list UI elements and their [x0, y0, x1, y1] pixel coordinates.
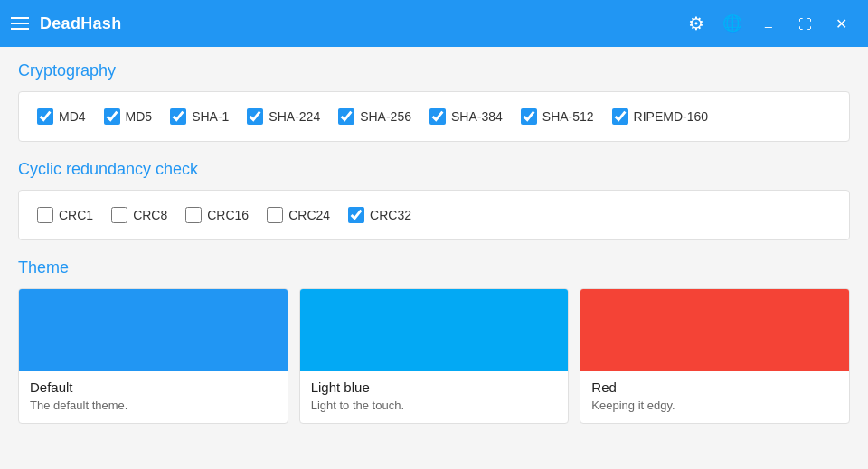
cryptography-checkboxes: MD4MD5SHA-1SHA-224SHA-256SHA-384SHA-512R… — [37, 108, 831, 125]
theme-name-light-blue: Light blue — [311, 380, 558, 395]
checkbox-item-crc1[interactable]: CRC1 — [37, 207, 93, 223]
checkbox-item-md5[interactable]: MD5 — [104, 108, 153, 125]
theme-desc-red: Keeping it edgy. — [591, 399, 838, 412]
settings-button[interactable]: ⚙ — [680, 7, 712, 40]
minimize-button[interactable]: _ — [752, 7, 785, 40]
titlebar-left: DeadHash — [11, 14, 121, 33]
theme-desc-light-blue: Light to the touch. — [311, 399, 558, 412]
crc-title: Cyclic redundancy check — [18, 160, 850, 179]
theme-desc-default: The default theme. — [30, 399, 277, 412]
checkbox-item-sha512[interactable]: SHA-512 — [521, 108, 594, 125]
crc-card: CRC1CRC8CRC16CRC24CRC32 — [18, 190, 850, 240]
theme-name-default: Default — [30, 380, 277, 395]
checkbox-item-sha384[interactable]: SHA-384 — [429, 108, 503, 125]
menu-icon[interactable] — [11, 17, 29, 30]
maximize-button[interactable]: ⛶ — [788, 7, 821, 40]
checkbox-input-sha1[interactable] — [170, 108, 186, 125]
checkbox-input-sha224[interactable] — [247, 108, 263, 125]
checkbox-item-sha1[interactable]: SHA-1 — [170, 108, 229, 125]
checkbox-label-crc1: CRC1 — [59, 208, 93, 222]
close-button[interactable]: ✕ — [825, 7, 857, 40]
checkbox-label-sha224: SHA-224 — [269, 109, 320, 124]
checkbox-input-sha384[interactable] — [429, 108, 446, 125]
checkbox-input-md5[interactable] — [104, 108, 120, 125]
theme-card-red[interactable]: RedKeeping it edgy. — [580, 288, 850, 424]
cryptography-section: Cryptography MD4MD5SHA-1SHA-224SHA-256SH… — [18, 61, 850, 142]
theme-name-red: Red — [591, 380, 838, 395]
checkbox-item-ripemd160[interactable]: RIPEMD-160 — [612, 108, 708, 125]
checkbox-label-crc32: CRC32 — [370, 208, 411, 222]
titlebar: DeadHash ⚙ 🌐 _ ⛶ ✕ — [0, 0, 868, 47]
theme-color-block-light-blue — [300, 289, 569, 371]
theme-cards: DefaultThe default theme.Light blueLight… — [18, 288, 850, 424]
checkbox-input-ripemd160[interactable] — [612, 108, 628, 125]
checkbox-label-sha256: SHA-256 — [360, 109, 411, 124]
checkbox-item-md4[interactable]: MD4 — [37, 108, 86, 125]
checkbox-input-sha256[interactable] — [338, 108, 354, 125]
checkbox-item-sha256[interactable]: SHA-256 — [338, 108, 411, 125]
globe-button[interactable]: 🌐 — [716, 7, 749, 40]
checkbox-item-crc24[interactable]: CRC24 — [267, 207, 330, 223]
theme-title: Theme — [18, 258, 850, 277]
checkbox-input-md4[interactable] — [37, 108, 53, 125]
checkbox-label-crc16: CRC16 — [207, 208, 249, 222]
theme-color-block-red — [580, 289, 849, 371]
checkbox-label-ripemd160: RIPEMD-160 — [634, 109, 708, 124]
theme-section: Theme DefaultThe default theme.Light blu… — [18, 258, 850, 424]
theme-card-default[interactable]: DefaultThe default theme. — [18, 288, 288, 424]
checkbox-label-md4: MD4 — [59, 109, 86, 124]
checkbox-item-crc32[interactable]: CRC32 — [348, 207, 411, 223]
cryptography-card: MD4MD5SHA-1SHA-224SHA-256SHA-384SHA-512R… — [18, 91, 850, 142]
titlebar-controls: ⚙ 🌐 _ ⛶ ✕ — [680, 7, 857, 40]
checkbox-input-crc1[interactable] — [37, 207, 53, 223]
checkbox-input-crc32[interactable] — [348, 207, 364, 223]
checkbox-input-crc16[interactable] — [185, 207, 202, 223]
app-title: DeadHash — [40, 14, 121, 33]
checkbox-input-crc8[interactable] — [111, 207, 127, 223]
theme-info-light-blue: Light blueLight to the touch. — [300, 371, 569, 423]
theme-color-block-default — [19, 289, 288, 371]
checkbox-item-sha224[interactable]: SHA-224 — [247, 108, 320, 125]
checkbox-label-crc24: CRC24 — [288, 208, 330, 222]
crc-checkboxes: CRC1CRC8CRC16CRC24CRC32 — [37, 207, 831, 223]
checkbox-label-sha1: SHA-1 — [192, 109, 229, 124]
checkbox-item-crc16[interactable]: CRC16 — [185, 207, 249, 223]
theme-info-red: RedKeeping it edgy. — [580, 371, 849, 423]
cryptography-title: Cryptography — [18, 61, 850, 80]
main-content: Cryptography MD4MD5SHA-1SHA-224SHA-256SH… — [0, 47, 868, 469]
checkbox-input-sha512[interactable] — [521, 108, 537, 125]
crc-section: Cyclic redundancy check CRC1CRC8CRC16CRC… — [18, 160, 850, 240]
theme-card-light-blue[interactable]: Light blueLight to the touch. — [299, 288, 570, 424]
theme-info-default: DefaultThe default theme. — [19, 371, 288, 423]
checkbox-label-crc8: CRC8 — [133, 208, 167, 222]
checkbox-input-crc24[interactable] — [267, 207, 283, 223]
checkbox-label-sha512: SHA-512 — [542, 109, 594, 124]
checkbox-label-md5: MD5 — [126, 109, 153, 124]
checkbox-label-sha384: SHA-384 — [451, 109, 503, 124]
checkbox-item-crc8[interactable]: CRC8 — [111, 207, 167, 223]
